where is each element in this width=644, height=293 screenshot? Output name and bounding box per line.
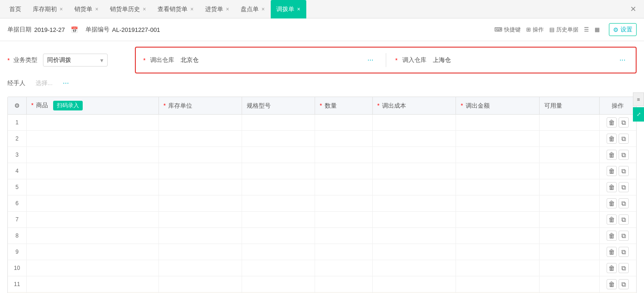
copy-row-btn[interactable]: ⧉: [619, 150, 629, 160]
amount-cell[interactable]: [456, 260, 540, 276]
copy-row-btn[interactable]: ⧉: [619, 182, 629, 192]
copy-row-btn[interactable]: ⧉: [619, 231, 629, 241]
unit-cell[interactable]: [158, 260, 242, 276]
amount-cell[interactable]: [456, 212, 540, 228]
goods-cell[interactable]: [26, 228, 158, 244]
cost-cell[interactable]: [372, 131, 456, 147]
goods-cell[interactable]: [26, 115, 158, 131]
tab-sales-history-close[interactable]: ×: [143, 6, 146, 12]
unit-cell[interactable]: [158, 115, 242, 131]
amount-cell[interactable]: [456, 228, 540, 244]
copy-row-btn[interactable]: ⧉: [619, 214, 629, 225]
tab-sales-order[interactable]: 销货单 ×: [69, 0, 104, 18]
goods-cell[interactable]: [26, 260, 158, 276]
qty-cell[interactable]: [315, 163, 372, 179]
tab-purchase-order[interactable]: 进货单 ×: [200, 0, 235, 18]
cost-cell[interactable]: [372, 244, 456, 260]
qty-cell[interactable]: [315, 195, 372, 212]
goods-cell[interactable]: [26, 212, 158, 228]
goods-cell[interactable]: [26, 147, 158, 163]
tab-inventory-init[interactable]: 库存期初 ×: [27, 0, 69, 18]
cost-cell[interactable]: [372, 228, 456, 244]
qty-cell[interactable]: [315, 147, 372, 163]
spec-cell[interactable]: [242, 228, 315, 244]
tab-transfer-order-close[interactable]: ×: [297, 6, 300, 12]
unit-cell[interactable]: [158, 244, 242, 260]
side-expand-btn[interactable]: ⤢: [633, 107, 644, 122]
copy-row-btn[interactable]: ⧉: [619, 198, 629, 208]
tab-sales-order-close[interactable]: ×: [95, 6, 98, 12]
tab-inventory-check-close[interactable]: ×: [261, 6, 265, 12]
copy-row-btn[interactable]: ⧉: [619, 279, 629, 289]
goods-cell[interactable]: [26, 276, 158, 293]
qty-cell[interactable]: [315, 212, 372, 228]
cost-cell[interactable]: [372, 163, 456, 179]
unit-cell[interactable]: [158, 276, 242, 293]
spec-cell[interactable]: [242, 212, 315, 228]
qty-cell[interactable]: [315, 179, 372, 195]
cost-cell[interactable]: [372, 276, 456, 293]
tab-purchase-order-close[interactable]: ×: [226, 6, 229, 12]
tab-view-sales[interactable]: 查看销货单 ×: [152, 0, 200, 18]
cost-cell[interactable]: [372, 115, 456, 131]
qty-cell[interactable]: [315, 115, 372, 131]
copy-row-btn[interactable]: ⧉: [619, 263, 629, 273]
amount-cell[interactable]: [456, 244, 540, 260]
delete-row-btn[interactable]: 🗑: [607, 198, 617, 208]
amount-cell[interactable]: [456, 195, 540, 212]
cost-cell[interactable]: [372, 212, 456, 228]
qty-cell[interactable]: [315, 276, 372, 293]
goods-cell[interactable]: [26, 163, 158, 179]
scan-input-btn[interactable]: 扫码录入: [53, 101, 83, 110]
spec-cell[interactable]: [242, 115, 315, 131]
history-btn[interactable]: ▤ 历史单据: [549, 26, 578, 34]
spec-cell[interactable]: [242, 163, 315, 179]
delete-row-btn[interactable]: 🗑: [607, 247, 617, 257]
copy-row-btn[interactable]: ⧉: [619, 134, 629, 144]
close-all-tabs[interactable]: ✕: [626, 2, 640, 17]
goods-cell[interactable]: [26, 179, 158, 195]
amount-cell[interactable]: [456, 276, 540, 293]
view-toggle-btn[interactable]: ☰: [584, 26, 589, 33]
spec-cell[interactable]: [242, 276, 315, 293]
tab-inventory-check[interactable]: 盘点单 ×: [235, 0, 271, 18]
goods-cell[interactable]: [26, 244, 158, 260]
spec-cell[interactable]: [242, 131, 315, 147]
unit-cell[interactable]: [158, 147, 242, 163]
settings-button[interactable]: ⚙ 设置: [609, 23, 637, 36]
unit-cell[interactable]: [158, 212, 242, 228]
person-more[interactable]: ···: [60, 79, 72, 87]
warehouse-in-more[interactable]: ···: [617, 56, 628, 64]
amount-cell[interactable]: [456, 163, 540, 179]
shortcuts-btn[interactable]: ⌨ 快捷键: [494, 26, 521, 34]
grid-toggle-btn[interactable]: ▦: [595, 26, 600, 33]
spec-cell[interactable]: [242, 260, 315, 276]
spec-cell[interactable]: [242, 179, 315, 195]
business-type-select[interactable]: 同价调拨 ▾: [43, 54, 108, 67]
goods-cell[interactable]: [26, 195, 158, 212]
tab-home[interactable]: 首页: [4, 0, 27, 18]
operations-btn[interactable]: ⊞ 操作: [526, 26, 544, 34]
delete-row-btn[interactable]: 🗑: [607, 279, 617, 289]
qty-cell[interactable]: [315, 260, 372, 276]
delete-row-btn[interactable]: 🗑: [607, 166, 617, 176]
qty-cell[interactable]: [315, 244, 372, 260]
spec-cell[interactable]: [242, 244, 315, 260]
delete-row-btn[interactable]: 🗑: [607, 231, 617, 241]
col-settings[interactable]: ⚙: [8, 97, 26, 115]
delete-row-btn[interactable]: 🗑: [607, 263, 617, 273]
delete-row-btn[interactable]: 🗑: [607, 134, 617, 144]
unit-cell[interactable]: [158, 195, 242, 212]
calendar-icon[interactable]: 📅: [71, 26, 78, 33]
cost-cell[interactable]: [372, 179, 456, 195]
cost-cell[interactable]: [372, 260, 456, 276]
cost-cell[interactable]: [372, 147, 456, 163]
qty-cell[interactable]: [315, 131, 372, 147]
delete-row-btn[interactable]: 🗑: [607, 214, 617, 225]
tab-sales-history[interactable]: 销货单历史 ×: [104, 0, 152, 18]
goods-cell[interactable]: [26, 131, 158, 147]
amount-cell[interactable]: [456, 179, 540, 195]
tab-transfer-order[interactable]: 调拨单 ×: [271, 0, 306, 18]
cost-cell[interactable]: [372, 195, 456, 212]
copy-row-btn[interactable]: ⧉: [619, 166, 629, 176]
